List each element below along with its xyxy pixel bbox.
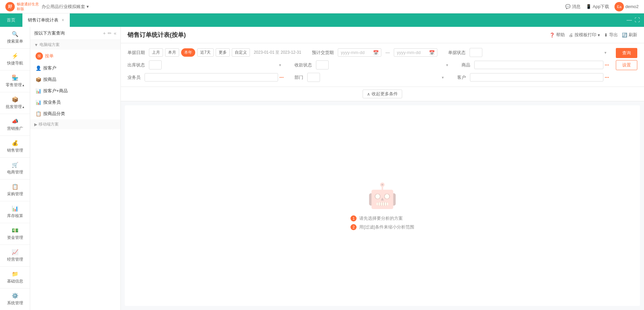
tree-item-by-product[interactable]: 📦 按商品 — [30, 74, 120, 85]
message-icon: 💬 — [565, 4, 571, 9]
sidebar-item-retail[interactable]: 🏪 零售管理 ▴ — [0, 70, 30, 92]
settings-button[interactable]: 设置 — [616, 60, 637, 70]
empty-hint-item-2: 2 用[过滤]条件来缩小分析范围 — [351, 224, 414, 230]
expected-date-start-wrap: 📅 — [338, 48, 381, 57]
search-icon: 🔍 — [12, 31, 18, 37]
status-arrow-icon: ▾ — [604, 50, 606, 55]
mobile-section-label[interactable]: ▶ 移动端方案 — [30, 119, 120, 129]
message-button[interactable]: 💬 消息 — [565, 4, 581, 10]
refresh-icon: 🔄 — [622, 33, 627, 38]
pc-section-label[interactable]: ▼ 电脑端方案 — [30, 40, 120, 50]
purchase-icon: 📋 — [12, 184, 18, 190]
sidebar-item-quicknav[interactable]: ⚡ 快捷导航 — [0, 49, 30, 70]
tree-item-by-customer[interactable]: 👤 按客户 — [30, 62, 120, 74]
sidebar-item-operations[interactable]: 📈 经营管理 — [0, 245, 30, 267]
ecommerce-icon: 🛒 — [12, 162, 18, 168]
edit-scheme-button[interactable]: ✏ — [108, 31, 112, 36]
calendar-start-icon[interactable]: 📅 — [373, 50, 379, 55]
system-icon: ⚙️ — [12, 293, 18, 299]
hint-num-1: 1 — [351, 215, 357, 221]
logo-text: 畅捷通好生意 标版 — [17, 2, 39, 11]
tree-item-by-order[interactable]: 按 按单 — [30, 50, 120, 62]
left-panel: 按以下方案查询 + ✏ « ▼ 电脑端方案 按 按单 👤 按客户 📦 — [30, 27, 121, 310]
search-button[interactable]: 查询 — [616, 48, 637, 58]
user-menu[interactable]: Ea demo2 — [614, 2, 639, 11]
logo-icon: 好 — [5, 2, 15, 11]
tree-item-by-category[interactable]: 📋 按商品分类 — [30, 108, 120, 119]
tab-sales-order[interactable]: 销售订单统计表 × — [22, 13, 70, 27]
date-btn-lastmonth[interactable]: 上月 — [149, 48, 163, 57]
retail-arrow-icon: ▴ — [22, 83, 24, 87]
payment-label: 收款状态 — [294, 62, 312, 68]
refresh-button[interactable]: 🔄 刷新 — [622, 32, 637, 38]
filter-area: 单据日期 上月 本月 本年 近7天 更多 自定义 2023-01-01 至 20… — [121, 43, 644, 87]
payment-select[interactable] — [316, 60, 329, 69]
filter-row-3: 业务员 ··· 部门 ▾ — [127, 73, 609, 82]
tab-close-icon[interactable]: × — [62, 18, 64, 22]
filter-content: 单据日期 上月 本月 本年 近7天 更多 自定义 2023-01-01 至 20… — [127, 48, 609, 82]
empty-state: 🤖 1 请先选择要分析的方案 2 用[过滤]条件来缩小分析范围 — [125, 105, 640, 306]
export-icon: ⬇ — [604, 33, 608, 38]
sidebar-item-purchase[interactable]: 📋 采购管理 — [0, 179, 30, 201]
page-title: 销售订单统计表(按单) — [127, 31, 186, 39]
expected-date-end-wrap: 📅 — [394, 48, 437, 57]
sidebar-item-ecommerce[interactable]: 🛒 电商管理 — [0, 158, 30, 179]
date-btn-thisyear[interactable]: 本年 — [181, 48, 195, 57]
marketing-icon: 📣 — [12, 118, 18, 124]
customer-input[interactable] — [470, 73, 603, 82]
goods-input[interactable] — [474, 61, 603, 69]
sidebar-item-sales[interactable]: 💰 销售管理 — [0, 136, 30, 158]
app-download-button[interactable]: 📱 App下载 — [586, 4, 609, 10]
tab-home[interactable]: 首页 — [0, 13, 22, 27]
date-btn-custom[interactable]: 自定义 — [232, 48, 250, 57]
date-btn-more[interactable]: 更多 — [216, 48, 230, 57]
payment-arrow-icon: ▾ — [446, 63, 448, 67]
salesperson-ellipsis-button[interactable]: ··· — [279, 74, 284, 81]
department-label: 部门 — [294, 74, 303, 81]
tab-minimize-button[interactable]: — — [627, 17, 632, 23]
goods-label: 商品 — [462, 62, 470, 68]
tree-item-by-salesperson[interactable]: 📊 按业务员 — [30, 97, 120, 108]
add-scheme-button[interactable]: + — [103, 31, 106, 36]
customer-scheme-icon: 👤 — [36, 65, 41, 71]
date-btn-7days[interactable]: 近7天 — [197, 48, 214, 57]
customer-input-wrap: ··· — [470, 73, 609, 82]
sidebar-item-search[interactable]: 🔍 搜索菜单 — [0, 27, 30, 49]
category-scheme-icon: 📋 — [36, 111, 41, 116]
tree-item-by-customer-product[interactable]: 📊 按客户+商品 — [30, 85, 120, 97]
export-button[interactable]: ⬇ 导出 — [604, 32, 618, 38]
help-button[interactable]: ❓ 帮助 — [549, 32, 565, 38]
sidebar-item-wholesale[interactable]: 📦 批发管理 ▴ — [0, 92, 30, 114]
avatar: Ea — [614, 2, 624, 11]
sidebar-item-marketing[interactable]: 📣 营销推广 — [0, 114, 30, 136]
collapse-more-button[interactable]: ∧ 收起更多条件 — [363, 90, 402, 98]
status-select[interactable] — [470, 48, 482, 57]
breadcrumb-arrow-icon[interactable]: ▾ — [87, 4, 89, 9]
product-scheme-icon: 📦 — [36, 77, 41, 82]
calendar-end-icon[interactable]: 📅 — [429, 50, 435, 55]
department-select[interactable] — [307, 73, 320, 82]
sidebar-item-system[interactable]: ⚙️ 系统管理 — [0, 289, 30, 310]
date-btn-thismonth[interactable]: 本月 — [165, 48, 179, 57]
salesperson-input[interactable] — [145, 73, 278, 82]
salesperson-input-wrap: ··· — [145, 73, 284, 82]
tab-maximize-button[interactable]: ⛶ — [635, 17, 640, 23]
template-print-button[interactable]: 🖨 按模板打印 ▾ — [569, 32, 600, 38]
sidebar-item-basic[interactable]: 📁 基础信息 — [0, 267, 30, 289]
sidebar-item-inventory[interactable]: 📊 库存核算 — [0, 201, 30, 223]
breadcrumb-text: 办公用品行业模拟账套 — [42, 4, 85, 10]
customer-ellipsis-button[interactable]: ··· — [605, 74, 609, 81]
expand-icon: ▼ — [34, 43, 38, 47]
department-arrow-icon: ▾ — [442, 75, 444, 80]
top-bar: 好 畅捷通好生意 标版 办公用品行业模拟账套 ▾ 💬 消息 📱 App下载 Ea… — [0, 0, 644, 13]
delivery-select[interactable] — [149, 60, 162, 69]
delivery-arrow-icon: ▾ — [279, 63, 281, 67]
download-icon: 📱 — [586, 4, 591, 9]
sidebar-item-finance[interactable]: 💵 资金管理 — [0, 223, 30, 245]
collapse-panel-button[interactable]: « — [114, 31, 116, 36]
goods-ellipsis-button[interactable]: ··· — [605, 62, 609, 68]
content-area: 按以下方案查询 + ✏ « ▼ 电脑端方案 按 按单 👤 按客户 📦 — [30, 27, 644, 310]
hint-num-2: 2 — [351, 224, 357, 230]
customer-product-scheme-icon: 📊 — [36, 88, 41, 94]
mobile-expand-icon: ▶ — [34, 122, 37, 127]
